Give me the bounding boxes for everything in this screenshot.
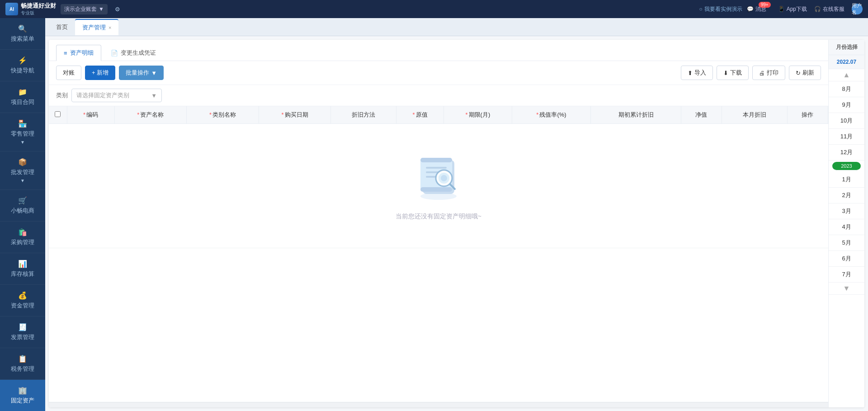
project-icon: 📁 [18,88,27,96]
batch-button[interactable]: 批量操作 ▼ [119,66,164,80]
sidebar-item-fixed-assets[interactable]: 🏢 固定资产 [0,380,45,411]
invoice-icon: 🧾 [18,323,27,331]
sidebar-item-retail[interactable]: 🏪 零售管理 ▼ [0,113,45,151]
message-badge: 99+ [759,2,771,8]
month-item-2023-5[interactable]: 5月 [829,235,864,251]
sub-tabs: ≡ 资产明细 📄 变更生成凭证 [49,40,828,61]
import-button[interactable]: ⬆ 导入 [681,66,713,80]
month-item-2023-4[interactable]: 4月 [829,219,864,235]
tab-home[interactable]: 首页 [49,19,75,35]
month-item-2023-7[interactable]: 7月 [829,267,864,283]
sub-tab-change-voucher[interactable]: 📄 变更生成凭证 [103,45,164,61]
svg-point-11 [441,175,447,181]
sidebar-item-purchase[interactable]: 🛍️ 采购管理 [0,222,45,253]
import-icon: ⬆ [688,70,693,76]
table-wrapper: *编码 *资产名称 *类别名称 *购买日期 折旧方法 *原值 *期限(月) *残… [49,106,828,402]
print-icon: 🖨 [759,70,765,76]
demo-link[interactable]: ○ 我要看实例演示 [699,5,742,13]
toolbar: 对账 + 新增 批量操作 ▼ ⬆ 导入 ⬇ [49,61,828,85]
app-download-btn[interactable]: 📱 App下载 [778,5,807,13]
header-operation: 操作 [787,106,828,124]
month-item-9[interactable]: 9月 [829,97,864,113]
user-avatar[interactable]: 用户名 [852,4,863,14]
sidebar-item-invoice[interactable]: 🧾 发票管理 [0,317,45,348]
sidebar: 🔍 搜索菜单 ⚡ 快捷导航 📁 项目合同 🏪 零售管理 ▼ 📦 批发管理 ▼ 🛒… [0,18,45,411]
sidebar-item-tax[interactable]: 📋 税务管理 [0,348,45,380]
month-nav-up[interactable]: ▲ [829,69,864,81]
tab-close-icon[interactable]: × [108,25,111,30]
tab-bar: 首页 资产管理 × [45,18,868,36]
month-item-11[interactable]: 11月 [829,129,864,145]
sidebar-item-wholesale[interactable]: 📦 批发管理 ▼ [0,151,45,190]
filter-placeholder: 请选择固定资产类别 [76,91,129,99]
header-purchase-date: *购买日期 [259,106,331,124]
ecommerce-icon: 🛒 [18,196,27,205]
filter-select[interactable]: 请选择固定资产类别 ▼ [71,89,162,102]
add-button[interactable]: + 新增 [85,66,115,80]
month-item-2023-1[interactable]: 1月 [829,172,864,188]
header-code: *编码 [67,106,114,124]
change-voucher-icon: 📄 [111,50,118,57]
fixed-assets-icon: 🏢 [18,386,27,395]
content-area: 首页 资产管理 × ≡ 资产明细 📄 变更生成凭证 [45,18,868,411]
header-checkbox[interactable] [55,111,61,117]
header-name: *资产名称 [114,106,187,124]
header-original-value: *原值 [396,106,444,124]
up-arrow-icon: ▲ [843,71,850,79]
header-depreciation-method: 折旧方法 [331,106,396,124]
app-edition: 专业版 [21,10,56,16]
svg-rect-5 [426,167,447,169]
inventory-icon: 📊 [18,260,27,268]
sidebar-item-finance[interactable]: 💰 资金管理 [0,285,45,317]
sidebar-item-quicknav[interactable]: ⚡ 快捷导航 [0,50,45,81]
svg-rect-4 [420,187,452,192]
print-button[interactable]: 🖨 打印 [752,66,785,80]
main-layout: 🔍 搜索菜单 ⚡ 快捷导航 📁 项目合同 🏪 零售管理 ▼ 📦 批发管理 ▼ 🛒… [0,18,868,411]
assets-table: *编码 *资产名称 *类别名称 *购买日期 折旧方法 *原值 *期限(月) *残… [49,106,828,248]
sub-tab-asset-detail[interactable]: ≡ 资产明细 [56,45,101,61]
service-icon: 🎧 [814,6,821,12]
download-button[interactable]: ⬇ 下载 [717,66,749,80]
sidebar-item-search[interactable]: 🔍 搜索菜单 [0,18,45,50]
app-name: 畅捷通好业财 [21,2,56,10]
message-btn[interactable]: 💬 消息 99+ [747,5,766,13]
refresh-button[interactable]: ↻ 刷新 [789,66,821,80]
sidebar-item-project[interactable]: 📁 项目合同 [0,81,45,113]
month-item-2023-2[interactable]: 2月 [829,188,864,203]
month-panel: 月份选择 2022.07 ▲ 8月 9月 10月 11月 12月 2023 1月… [828,40,864,407]
main-panel: ≡ 资产明细 📄 变更生成凭证 对账 + 新增 [49,40,828,407]
settings-icon[interactable]: ⚙ [112,4,123,14]
tax-icon: 📋 [18,354,27,363]
quicknav-icon: ⚡ [18,56,27,65]
header-net-value: 净值 [681,106,722,124]
app-icon: 📱 [778,6,785,12]
sidebar-item-ecommerce[interactable]: 🛒 小畅电商 [0,190,45,222]
message-icon: 💬 [747,6,754,12]
month-item-8[interactable]: 8月 [829,81,864,97]
down-arrow-icon: ▼ [843,284,850,293]
tab-asset-mgmt[interactable]: 资产管理 × [75,19,118,35]
search-icon: 🔍 [18,24,27,33]
top-actions: 💬 消息 99+ 📱 App下载 🎧 在线客服 用户名 [747,4,863,14]
empty-illustration [411,151,466,205]
month-nav-down[interactable]: ▼ [829,283,864,295]
month-item-12[interactable]: 12月 [829,145,864,161]
filter-label: 类别 [56,91,68,99]
refresh-icon: ↻ [796,70,801,76]
wholesale-icon: 📦 [18,158,27,166]
online-service-btn[interactable]: 🎧 在线客服 [814,5,844,13]
year-2023-badge: 2023 [832,162,861,170]
purchase-icon: 🛍️ [18,228,27,236]
bottom-scrollbar[interactable] [49,402,828,407]
reconcile-button[interactable]: 对账 [56,66,81,80]
month-item-2023-3[interactable]: 3月 [829,203,864,219]
company-selector[interactable]: 演示企业账套 ▼ [61,4,108,14]
retail-icon: 🏪 [18,119,27,128]
arrow-icon2: ▼ [20,178,25,183]
month-item-2023-6[interactable]: 6月 [829,251,864,267]
month-item-10[interactable]: 10月 [829,113,864,129]
company-name: 演示企业账套 [64,5,97,13]
sidebar-item-inventory[interactable]: 📊 库存核算 [0,253,45,285]
inner-content: ≡ 资产明细 📄 变更生成凭证 对账 + 新增 [49,40,864,407]
dropdown-icon: ▼ [99,6,104,12]
